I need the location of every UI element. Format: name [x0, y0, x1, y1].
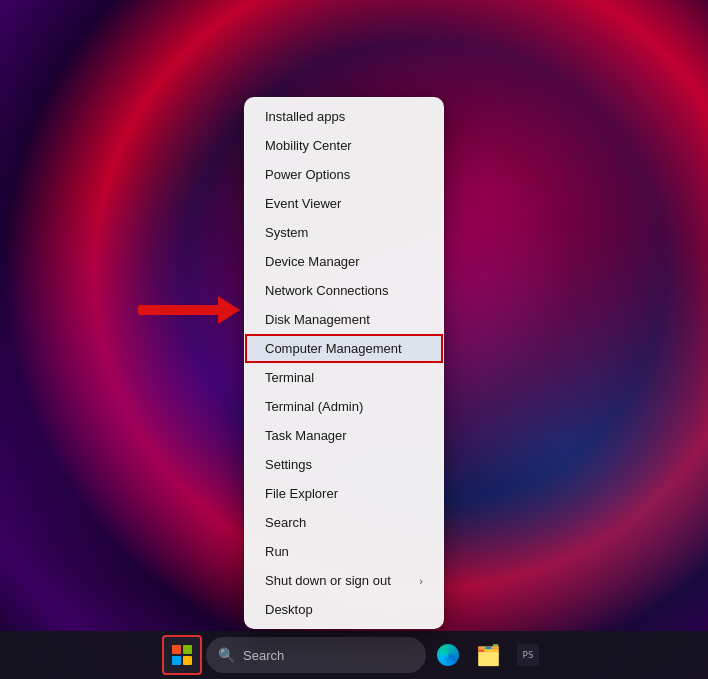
menu-item-terminal-admin[interactable]: Terminal (Admin) [245, 392, 443, 421]
menu-item-network-connections[interactable]: Network Connections [245, 276, 443, 305]
menu-item-label-system: System [265, 225, 308, 240]
windows-logo [172, 645, 192, 665]
menu-item-disk-management[interactable]: Disk Management [245, 305, 443, 334]
menu-item-label-run: Run [265, 544, 289, 559]
context-menu: Installed appsMobility CenterPower Optio… [244, 97, 444, 629]
logo-yellow [183, 656, 192, 665]
logo-red [172, 645, 181, 654]
menu-item-label-installed-apps: Installed apps [265, 109, 345, 124]
edge-logo [437, 644, 459, 666]
menu-item-label-network-connections: Network Connections [265, 283, 389, 298]
logo-green [183, 645, 192, 654]
menu-item-task-manager[interactable]: Task Manager [245, 421, 443, 450]
menu-item-label-file-explorer: File Explorer [265, 486, 338, 501]
menu-item-label-shut-down: Shut down or sign out [265, 573, 391, 588]
search-bar[interactable]: 🔍 Search [206, 637, 426, 673]
menu-item-label-settings: Settings [265, 457, 312, 472]
logo-blue [172, 656, 181, 665]
terminal-taskbar-icon[interactable]: PS [510, 637, 546, 673]
menu-item-label-mobility-center: Mobility Center [265, 138, 352, 153]
menu-item-system[interactable]: System [245, 218, 443, 247]
menu-item-mobility-center[interactable]: Mobility Center [245, 131, 443, 160]
folder-icon: 🗂️ [476, 643, 501, 667]
menu-item-computer-management[interactable]: Computer Management [245, 334, 443, 363]
menu-item-terminal[interactable]: Terminal [245, 363, 443, 392]
menu-item-settings[interactable]: Settings [245, 450, 443, 479]
menu-item-event-viewer[interactable]: Event Viewer [245, 189, 443, 218]
menu-item-desktop[interactable]: Desktop [245, 595, 443, 624]
taskbar-center: 🔍 Search 🗂️ PS [162, 635, 546, 675]
red-arrow-indicator [138, 296, 240, 324]
search-bar-text: Search [243, 648, 284, 663]
menu-item-label-computer-management: Computer Management [265, 341, 402, 356]
menu-item-power-options[interactable]: Power Options [245, 160, 443, 189]
menu-item-file-explorer[interactable]: File Explorer [245, 479, 443, 508]
menu-item-label-search: Search [265, 515, 306, 530]
taskbar: 🔍 Search 🗂️ PS [0, 631, 708, 679]
menu-item-label-desktop: Desktop [265, 602, 313, 617]
menu-item-label-disk-management: Disk Management [265, 312, 370, 327]
menu-item-label-power-options: Power Options [265, 167, 350, 182]
menu-item-label-device-manager: Device Manager [265, 254, 360, 269]
file-explorer-icon[interactable]: 🗂️ [470, 637, 506, 673]
menu-item-label-terminal: Terminal [265, 370, 314, 385]
menu-item-label-terminal-admin: Terminal (Admin) [265, 399, 363, 414]
search-icon: 🔍 [218, 647, 235, 663]
arrow-head [218, 296, 240, 324]
edge-browser-icon[interactable] [430, 637, 466, 673]
start-button[interactable] [162, 635, 202, 675]
menu-item-installed-apps[interactable]: Installed apps [245, 102, 443, 131]
menu-item-device-manager[interactable]: Device Manager [245, 247, 443, 276]
submenu-arrow-icon: › [419, 575, 423, 587]
arrow-body [138, 305, 218, 315]
terminal-logo: PS [517, 644, 539, 666]
menu-item-search[interactable]: Search [245, 508, 443, 537]
menu-item-shut-down[interactable]: Shut down or sign out› [245, 566, 443, 595]
menu-item-label-event-viewer: Event Viewer [265, 196, 341, 211]
menu-item-run[interactable]: Run [245, 537, 443, 566]
menu-item-label-task-manager: Task Manager [265, 428, 347, 443]
